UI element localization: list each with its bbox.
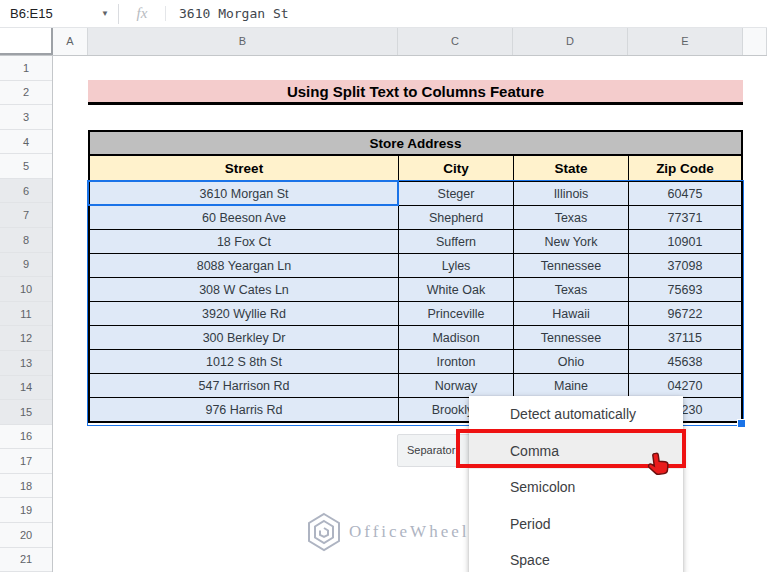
divider bbox=[165, 6, 166, 21]
table-cell[interactable]: Hawaii bbox=[514, 302, 629, 325]
hand-pointer-cursor-icon bbox=[642, 449, 675, 482]
row-header-8[interactable]: 8 bbox=[0, 228, 52, 253]
google-sheets-window: B6:E15 ▼ fx 3610 Morgan St ABCDE 1234567… bbox=[0, 0, 767, 572]
separator-toolbar[interactable]: Separator: bbox=[397, 434, 475, 467]
row-header-20[interactable]: 20 bbox=[0, 523, 52, 548]
row-header-13[interactable]: 13 bbox=[0, 351, 52, 376]
table-cell[interactable]: 3920 Wyllie Rd bbox=[90, 302, 399, 325]
row-header-9[interactable]: 9 bbox=[0, 253, 52, 278]
table-column-header: State bbox=[514, 156, 629, 181]
name-box[interactable]: B6:E15 ▼ bbox=[0, 0, 118, 28]
table-cell[interactable]: 75693 bbox=[629, 278, 741, 301]
table-cell[interactable]: Norway bbox=[399, 374, 514, 397]
watermark-text: OfficeWheel bbox=[349, 522, 469, 542]
chevron-down-icon[interactable]: ▼ bbox=[101, 9, 109, 18]
row-header-15[interactable]: 15 bbox=[0, 400, 52, 425]
table-row: 547 Harrison RdNorwayMaine04270 bbox=[90, 374, 741, 398]
column-header-strip: ABCDE bbox=[0, 28, 767, 56]
watermark: OfficeWheel bbox=[306, 512, 469, 552]
row-header-1[interactable]: 1 bbox=[0, 56, 52, 81]
officewheel-logo-icon bbox=[306, 512, 342, 552]
column-header-b[interactable]: B bbox=[88, 28, 398, 55]
row-header-12[interactable]: 12 bbox=[0, 326, 52, 351]
table-cell[interactable]: 37098 bbox=[629, 254, 741, 277]
table-cell[interactable]: 37115 bbox=[629, 326, 741, 349]
menu-item-detect-automatically[interactable]: Detect automatically bbox=[469, 396, 683, 433]
table-cell[interactable]: Shepherd bbox=[399, 206, 514, 229]
sheet-title-cell: Using Split Text to Columns Feature bbox=[88, 80, 743, 105]
fx-icon: fx bbox=[119, 5, 165, 22]
fill-handle[interactable] bbox=[737, 419, 746, 428]
table-row: 8088 Yeargan LnLylesTennessee37098 bbox=[90, 254, 741, 278]
table-cell[interactable]: 77371 bbox=[629, 206, 741, 229]
formula-input[interactable]: 3610 Morgan St bbox=[179, 6, 289, 21]
table-cell[interactable]: 547 Harrison Rd bbox=[90, 374, 399, 397]
select-all-corner[interactable] bbox=[0, 28, 53, 55]
table-cell[interactable]: Ohio bbox=[514, 350, 629, 373]
table-cell[interactable]: 04270 bbox=[629, 374, 741, 397]
column-header-partial[interactable] bbox=[743, 28, 767, 55]
table-cell[interactable]: Illinois bbox=[514, 182, 629, 205]
name-box-value: B6:E15 bbox=[10, 6, 53, 21]
table-cell[interactable]: Texas bbox=[514, 278, 629, 301]
table-cell[interactable]: 3610 Morgan St bbox=[90, 182, 399, 205]
formula-bar: B6:E15 ▼ fx 3610 Morgan St bbox=[0, 0, 767, 28]
table-cell[interactable]: 18 Fox Ct bbox=[90, 230, 399, 253]
row-header-16[interactable]: 16 bbox=[0, 425, 52, 450]
column-header-e[interactable]: E bbox=[628, 28, 743, 55]
row-header-6[interactable]: 6 bbox=[0, 179, 52, 204]
table-cell[interactable]: Tennessee bbox=[514, 326, 629, 349]
table-cell[interactable]: Steger bbox=[399, 182, 514, 205]
table-cell[interactable]: White Oak bbox=[399, 278, 514, 301]
row-header-4[interactable]: 4 bbox=[0, 130, 52, 155]
table-row: 300 Berkley DrMadisonTennessee37115 bbox=[90, 326, 741, 350]
table-cell[interactable]: 10901 bbox=[629, 230, 741, 253]
table-cell[interactable]: Ironton bbox=[399, 350, 514, 373]
table-cell[interactable]: 96722 bbox=[629, 302, 741, 325]
column-header-a[interactable]: A bbox=[53, 28, 88, 55]
row-header-3[interactable]: 3 bbox=[0, 105, 52, 130]
table-cell[interactable]: Suffern bbox=[399, 230, 514, 253]
table-cell[interactable]: Madison bbox=[399, 326, 514, 349]
table-cell[interactable]: 60475 bbox=[629, 182, 741, 205]
table-row: 1012 S 8th StIrontonOhio45638 bbox=[90, 350, 741, 374]
row-header-strip: 123456789101112131415161718192021 bbox=[0, 56, 53, 572]
table-column-header-row: StreetCityStateZip Code bbox=[90, 156, 741, 182]
table-cell[interactable]: Lyles bbox=[399, 254, 514, 277]
row-header-17[interactable]: 17 bbox=[0, 449, 52, 474]
row-header-7[interactable]: 7 bbox=[0, 203, 52, 228]
table-cell[interactable]: 1012 S 8th St bbox=[90, 350, 399, 373]
row-header-2[interactable]: 2 bbox=[0, 81, 52, 106]
table-cell[interactable]: 8088 Yeargan Ln bbox=[90, 254, 399, 277]
row-header-5[interactable]: 5 bbox=[0, 154, 52, 179]
table-row: 3920 Wyllie RdPrincevilleHawaii96722 bbox=[90, 302, 741, 326]
table-row: 60 Beeson AveShepherdTexas77371 bbox=[90, 206, 741, 230]
store-address-table: Store Address StreetCityStateZip Code 36… bbox=[88, 130, 743, 423]
table-row: 18 Fox CtSuffernNew York10901 bbox=[90, 230, 741, 254]
menu-item-period[interactable]: Period bbox=[469, 506, 683, 543]
menu-item-space[interactable]: Space bbox=[469, 542, 683, 572]
row-header-14[interactable]: 14 bbox=[0, 376, 52, 401]
separator-dropdown-menu: Detect automaticallyCommaSemicolonPeriod… bbox=[469, 396, 683, 572]
table-merged-header: Store Address bbox=[90, 132, 741, 156]
table-cell[interactable]: 60 Beeson Ave bbox=[90, 206, 399, 229]
row-header-19[interactable]: 19 bbox=[0, 498, 52, 523]
table-cell[interactable]: 300 Berkley Dr bbox=[90, 326, 399, 349]
table-cell[interactable]: 308 W Cates Ln bbox=[90, 278, 399, 301]
table-cell[interactable]: Texas bbox=[514, 206, 629, 229]
column-header-d[interactable]: D bbox=[513, 28, 628, 55]
row-header-11[interactable]: 11 bbox=[0, 302, 52, 327]
table-cell[interactable]: Princeville bbox=[399, 302, 514, 325]
table-cell[interactable]: 45638 bbox=[629, 350, 741, 373]
row-header-21[interactable]: 21 bbox=[0, 548, 52, 572]
table-row: 3610 Morgan StStegerIllinois60475 bbox=[90, 182, 741, 206]
table-row: 308 W Cates LnWhite OakTexas75693 bbox=[90, 278, 741, 302]
row-header-10[interactable]: 10 bbox=[0, 277, 52, 302]
table-cell[interactable]: Maine bbox=[514, 374, 629, 397]
table-cell[interactable]: New York bbox=[514, 230, 629, 253]
table-cell[interactable]: Tennessee bbox=[514, 254, 629, 277]
row-header-18[interactable]: 18 bbox=[0, 474, 52, 499]
column-header-c[interactable]: C bbox=[398, 28, 513, 55]
table-column-header: Zip Code bbox=[629, 156, 741, 181]
table-cell[interactable]: 976 Harris Rd bbox=[90, 398, 399, 421]
